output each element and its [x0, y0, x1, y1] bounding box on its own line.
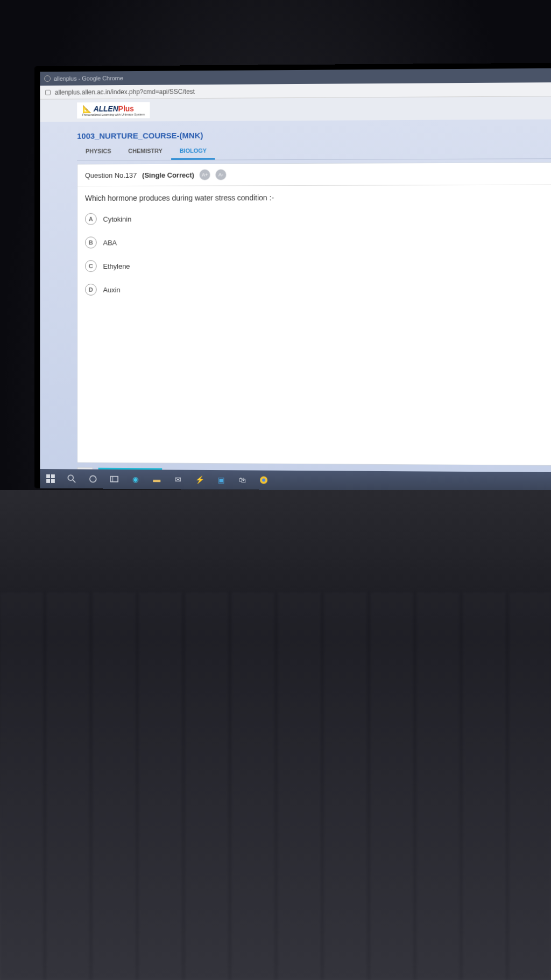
option-text: Cytokinin	[103, 215, 132, 223]
option-key: C	[85, 260, 97, 272]
option-d[interactable]: D Auxin	[85, 284, 551, 296]
windows-taskbar: ◉ ▬ ✉ ⚡ ▣ 🛍	[40, 469, 551, 492]
svg-point-6	[90, 476, 96, 482]
tab-physics[interactable]: PHYSICS	[77, 143, 119, 160]
globe-icon	[44, 75, 51, 82]
question-panel: Question No.137 (Single Correct) A+ A- W…	[77, 162, 551, 466]
question-header: Question No.137 (Single Correct) A+ A-	[77, 163, 551, 186]
course-title: 1003_NURTURE_COURSE-(MNK)	[77, 129, 551, 141]
option-a[interactable]: A Cytokinin	[85, 212, 551, 225]
option-text: Auxin	[103, 285, 121, 293]
question-text: Which hormone produces during water stre…	[77, 185, 551, 210]
tab-chemistry[interactable]: CHEMISTRY	[119, 143, 171, 160]
task-view-icon[interactable]	[109, 474, 119, 485]
svg-rect-1	[51, 474, 55, 478]
svg-point-10	[262, 479, 265, 482]
laptop-screen: allenplus - Google Chrome allenplus.alle…	[34, 63, 551, 492]
question-type: (Single Correct)	[142, 171, 194, 179]
content-area: 1003_NURTURE_COURSE-(MNK) PHYSICS CHEMIS…	[40, 119, 551, 492]
browser-window: allenplus - Google Chrome allenplus.alle…	[40, 68, 551, 492]
option-text: ABA	[103, 239, 117, 247]
svg-rect-2	[46, 479, 50, 483]
tab-biology[interactable]: BIOLOGY	[171, 143, 215, 160]
cortana-icon[interactable]	[88, 474, 98, 485]
store-icon[interactable]: 🛍	[237, 474, 248, 485]
option-text: Ethylene	[103, 262, 130, 270]
svg-rect-7	[110, 477, 118, 482]
mail-icon[interactable]: ✉	[173, 474, 183, 485]
option-c[interactable]: C Ethylene	[85, 260, 551, 272]
start-icon[interactable]	[45, 473, 56, 484]
question-number: Question No.137	[85, 171, 137, 179]
chrome-icon[interactable]	[258, 475, 269, 486]
svg-point-4	[68, 475, 73, 480]
option-b[interactable]: B ABA	[85, 236, 551, 248]
font-increase-button[interactable]: A+	[200, 170, 210, 180]
power-icon[interactable]: ⚡	[194, 474, 205, 485]
font-decrease-button[interactable]: A-	[216, 169, 227, 180]
edge-icon[interactable]: ◉	[130, 474, 141, 485]
options-list: A Cytokinin B ABA C Ethylene D Auxin	[77, 209, 551, 299]
subject-tabs: PHYSICS CHEMISTRY BIOLOGY	[77, 142, 551, 161]
svg-rect-0	[46, 474, 50, 478]
allen-plus-logo[interactable]: 📐 ALLENPlus Personalized Learning with U…	[77, 102, 150, 119]
search-icon[interactable]	[66, 473, 77, 484]
url-text: allenplus.allen.ac.in/index.php?cmd=api/…	[55, 88, 195, 96]
svg-line-5	[73, 480, 75, 482]
option-key: D	[85, 284, 97, 296]
lock-icon	[45, 89, 51, 95]
svg-rect-3	[51, 479, 55, 483]
tab-title[interactable]: allenplus - Google Chrome	[54, 75, 123, 82]
option-key: A	[85, 213, 97, 225]
keyboard	[0, 592, 551, 980]
file-explorer-icon[interactable]: ▬	[151, 474, 162, 485]
option-key: B	[85, 236, 97, 248]
camera-icon[interactable]: ▣	[215, 474, 226, 485]
app-header: 📐 ALLENPlus Personalized Learning with U…	[40, 96, 551, 122]
